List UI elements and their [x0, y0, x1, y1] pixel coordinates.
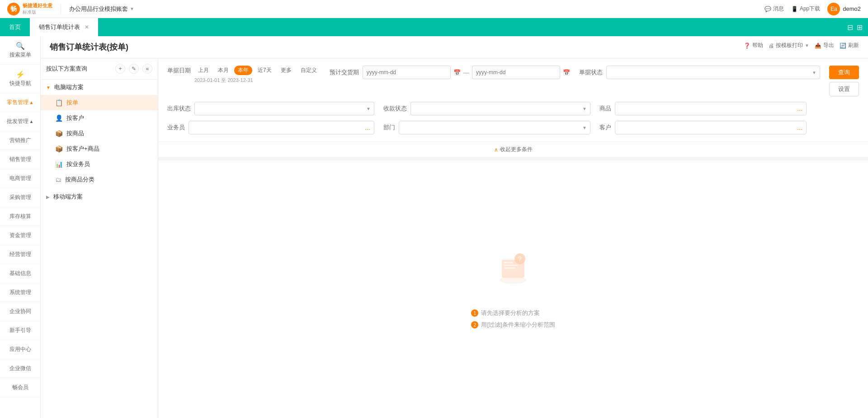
mobile-arrow-icon: ▶: [46, 195, 50, 200]
salesperson-input[interactable]: ...: [189, 121, 374, 134]
sidebar-item-enterprise[interactable]: 企业协同: [0, 302, 40, 321]
print-arrow-icon: ▼: [805, 43, 809, 48]
expected-date-end[interactable]: [472, 66, 560, 79]
customer-group: 客户 ...: [599, 121, 807, 134]
export-btn[interactable]: 📤 导出: [815, 42, 834, 49]
status-select[interactable]: [606, 66, 820, 79]
tab-minimize-icon[interactable]: ⊟: [847, 23, 853, 32]
app-download-btn[interactable]: 📱 App下载: [791, 5, 820, 13]
sidebar-item-shortcuts[interactable]: ⚡ 快捷导航: [0, 65, 40, 93]
tree-item-by-order[interactable]: 📋 按单: [41, 95, 158, 110]
tree-item-by-product[interactable]: 📦 按商品: [41, 126, 158, 141]
app-selector-arrow: ▼: [130, 6, 134, 11]
download-icon: 📱: [791, 6, 798, 12]
tab-maximize-icon[interactable]: ⊞: [857, 23, 863, 32]
tree-item-by-customer-product[interactable]: 📦 按客户+商品: [41, 141, 158, 157]
shipment-label: 出库状态: [167, 104, 191, 113]
app-selector[interactable]: 办公用品行业模拟账套 ▼: [69, 5, 134, 13]
sidebar-item-finance[interactable]: 资金管理: [0, 226, 40, 245]
sidebar-item-retail[interactable]: 零售管理 ▲: [0, 93, 40, 112]
search-icon: 🔍: [0, 42, 40, 50]
tree-item-by-salesperson[interactable]: 📊 按业务员: [41, 157, 158, 172]
add-scheme-btn[interactable]: +: [115, 64, 125, 74]
sidebar: 🔍 搜索菜单 ⚡ 快捷导航 零售管理 ▲ 批发管理 ▲ 营销推广 销售管理 电商…: [0, 36, 41, 418]
shipment-select[interactable]: [194, 102, 374, 115]
edit-scheme-btn[interactable]: ✎: [129, 64, 139, 74]
sidebar-item-inventory[interactable]: 库存核算: [0, 207, 40, 226]
empty-state: ? 1 请先选择要分析的方案 2 用[过滤]条件来缩小分析范围: [158, 161, 868, 418]
sidebar-item-member[interactable]: 畅会员: [0, 378, 40, 397]
sidebar-item-marketing[interactable]: 营销推广: [0, 131, 40, 150]
nav-tabs-actions: ⊟ ⊞: [847, 23, 868, 32]
date-label: 单据日期: [167, 66, 191, 75]
tree-parent-pc[interactable]: ▼ 电脑端方案: [41, 80, 158, 95]
customer-input[interactable]: ...: [615, 121, 807, 134]
department-select[interactable]: [399, 121, 590, 134]
department-label: 部门: [383, 124, 395, 132]
status-label: 单据状态: [579, 68, 603, 76]
query-btn[interactable]: 查询: [829, 66, 859, 79]
tree-parent-mobile[interactable]: ▶ 移动端方案: [41, 189, 158, 204]
message-icon: 💬: [764, 6, 771, 12]
status-group: 单据状态 ▼: [579, 66, 820, 79]
user-menu[interactable]: Ea demo2: [827, 3, 861, 15]
logo-area: 畅 畅捷通好生意 标准版: [7, 2, 52, 15]
content-area: 销售订单统计表(按单) ❓ 帮助 🖨 按模板打印 ▼ 📤 导出: [41, 36, 868, 418]
sidebar-item-newbie[interactable]: 新手引导: [0, 321, 40, 340]
collapse-bar[interactable]: ∧ 收起更多条件: [158, 142, 868, 157]
collapse-icon: «: [146, 66, 149, 72]
goods-input[interactable]: ...: [615, 102, 807, 115]
collapse-label: 收起更多条件: [500, 146, 533, 153]
page-header-row: 销售订单统计表(按单) ❓ 帮助 🖨 按模板打印 ▼ 📤 导出: [50, 42, 859, 58]
date-tab-more[interactable]: 更多: [277, 66, 295, 75]
refresh-icon: 🔄: [840, 43, 846, 49]
help-btn[interactable]: ❓ 帮助: [744, 42, 763, 49]
date-tab-7days[interactable]: 近7天: [254, 66, 275, 75]
refresh-btn[interactable]: 🔄 刷新: [840, 42, 859, 49]
date-tab-last-month[interactable]: 上月: [194, 66, 212, 75]
payment-label: 收款状态: [383, 104, 407, 113]
sidebar-item-ecommerce[interactable]: 电商管理: [0, 169, 40, 188]
query-btns: 查询 设置: [829, 66, 859, 96]
empty-hints: 1 请先选择要分析的方案 2 用[过滤]条件来缩小分析范围: [471, 309, 555, 332]
top-bar-right: 💬 消息 📱 App下载 Ea demo2: [764, 3, 861, 15]
filter-row-2: 出库状态 ▼ 收款状态: [167, 102, 859, 115]
sidebar-item-system[interactable]: 系统管理: [0, 283, 40, 302]
page-header-actions: ❓ 帮助 🖨 按模板打印 ▼ 📤 导出 🔄 刷新: [744, 42, 859, 55]
date-tab-custom[interactable]: 自定义: [297, 66, 321, 75]
payment-select-wrapper: ▼: [410, 102, 590, 115]
sidebar-item-wechat[interactable]: 企业微信: [0, 359, 40, 378]
tab-close-icon[interactable]: ✕: [85, 24, 89, 30]
settings-btn[interactable]: 设置: [829, 82, 859, 96]
tree-item-by-category[interactable]: 🗂 按商品分类: [41, 172, 158, 187]
sidebar-item-basic[interactable]: 基础信息: [0, 264, 40, 283]
expected-date-group: 预计交货期 📅 — 📅: [330, 66, 571, 79]
sidebar-item-sales[interactable]: 销售管理: [0, 150, 40, 169]
sidebar-item-search[interactable]: 🔍 搜索菜单: [0, 36, 40, 65]
sidebar-item-wholesale[interactable]: 批发管理 ▲: [0, 112, 40, 131]
sidebar-item-purchase[interactable]: 采购管理: [0, 188, 40, 207]
top-bar-left: 畅 畅捷通好生意 标准版 办公用品行业模拟账套 ▼: [7, 2, 134, 15]
sidebar-item-operations[interactable]: 经营管理: [0, 245, 40, 264]
date-tab-this-month[interactable]: 本月: [214, 66, 232, 75]
department-group: 部门 ▼: [383, 121, 590, 134]
date-tab-this-year[interactable]: 本年: [234, 66, 252, 75]
by-product-icon: 📦: [55, 130, 63, 137]
print-icon: 🖨: [769, 43, 774, 49]
by-category-icon: 🗂: [55, 176, 61, 183]
expected-date-start[interactable]: [363, 66, 451, 79]
print-btn[interactable]: 🖨 按模板打印 ▼: [769, 42, 809, 49]
sidebar-item-appcenter[interactable]: 应用中心: [0, 340, 40, 359]
help-icon: ❓: [744, 43, 750, 49]
message-btn[interactable]: 💬 消息: [764, 5, 784, 13]
svg-text:?: ?: [518, 255, 522, 262]
hint-1: 1 请先选择要分析的方案: [471, 309, 555, 317]
goods-label: 商品: [599, 104, 611, 113]
svg-rect-2: [504, 262, 513, 263]
tab-sales-order-stats[interactable]: 销售订单统计表 ✕: [30, 18, 98, 36]
tab-home[interactable]: 首页: [0, 18, 30, 36]
tree-item-by-customer[interactable]: 👤 按客户: [41, 110, 158, 126]
pc-arrow-icon: ▼: [46, 85, 51, 90]
payment-select[interactable]: [410, 102, 590, 115]
collapse-panel-btn[interactable]: «: [142, 64, 152, 74]
